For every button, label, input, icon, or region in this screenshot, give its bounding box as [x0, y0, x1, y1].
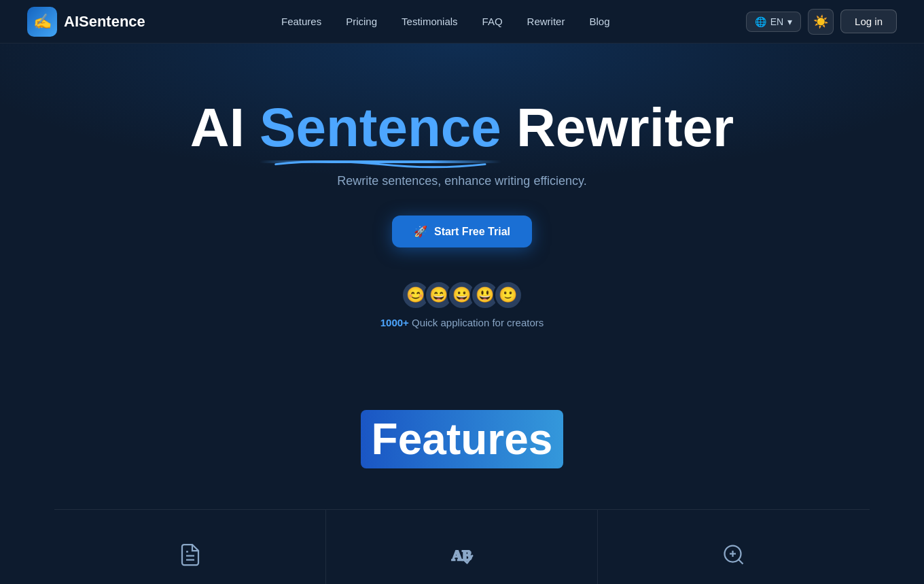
logo-text: AISentence — [64, 13, 145, 31]
cta-label: Start Free Trial — [434, 226, 510, 238]
lang-label: EN — [770, 16, 783, 27]
swoosh-decoration — [253, 156, 508, 170]
cta-button[interactable]: 🚀 Start Free Trial — [392, 216, 532, 247]
logo-link[interactable]: ✍️ AISentence — [27, 7, 145, 37]
globe-icon: 🌐 — [755, 16, 766, 27]
sun-icon: ☀️ — [813, 14, 828, 29]
features-heading-wrap: Features — [14, 410, 910, 468]
plagiarism-icon — [722, 543, 746, 572]
navbar: ✍️ AISentence Features Pricing Testimoni… — [0, 0, 924, 44]
nav-testimonials[interactable]: Testimonials — [402, 16, 458, 27]
nav-links: Features Pricing Testimonials FAQ Rewrit… — [281, 16, 609, 28]
hero-title-prefix: AI — [190, 97, 260, 158]
nav-faq[interactable]: FAQ — [482, 16, 503, 27]
hero-title-highlight: Sentence — [260, 98, 501, 158]
social-proof: 😊 😄 😀 😃 🙂 1000+ Quick application for cr… — [380, 280, 544, 328]
feature-card-grammar: AB Grammar Correction Identifies and cor… — [326, 510, 598, 584]
login-button[interactable]: Log in — [840, 10, 897, 33]
chevron-down-icon: ▾ — [787, 16, 792, 27]
features-grid: Text Summarization Automatically condens… — [54, 509, 870, 584]
nav-rewriter[interactable]: Rewriter — [527, 16, 565, 27]
language-selector[interactable]: 🌐 EN ▾ — [746, 12, 801, 32]
features-heading: Features — [372, 415, 553, 464]
svg-line-4 — [739, 560, 743, 564]
document-icon — [178, 543, 202, 572]
feature-card-plagiarism: Plagiarism Detection Scans text against … — [598, 510, 870, 584]
hero-section: AI Sentence Rewriter Rewrite sentences, … — [0, 44, 924, 369]
social-description: Quick application for creators — [412, 317, 544, 328]
logo-icon: ✍️ — [27, 7, 57, 37]
avatar-group: 😊 😄 😀 😃 🙂 — [401, 280, 523, 310]
features-section: Features Text Summarization Automaticall… — [0, 369, 924, 584]
rocket-icon: 🚀 — [414, 225, 427, 238]
nav-features[interactable]: Features — [281, 16, 321, 27]
nav-blog[interactable]: Blog — [589, 16, 609, 27]
hero-subtitle: Rewrite sentences, enhance writing effic… — [337, 174, 587, 188]
features-heading-bg: Features — [361, 410, 564, 468]
grammar-icon: AB — [450, 543, 474, 572]
hero-title-suffix: Rewriter — [501, 97, 734, 158]
social-proof-text: 1000+ Quick application for creators — [380, 317, 544, 328]
avatar: 🙂 — [493, 280, 523, 310]
hero-title: AI Sentence Rewriter — [190, 98, 734, 158]
social-count: 1000+ — [380, 317, 409, 328]
nav-pricing[interactable]: Pricing — [346, 16, 377, 27]
theme-toggle[interactable]: ☀️ — [808, 9, 834, 35]
nav-right: 🌐 EN ▾ ☀️ Log in — [746, 9, 897, 35]
feature-card-summarization: Text Summarization Automatically condens… — [54, 510, 326, 584]
